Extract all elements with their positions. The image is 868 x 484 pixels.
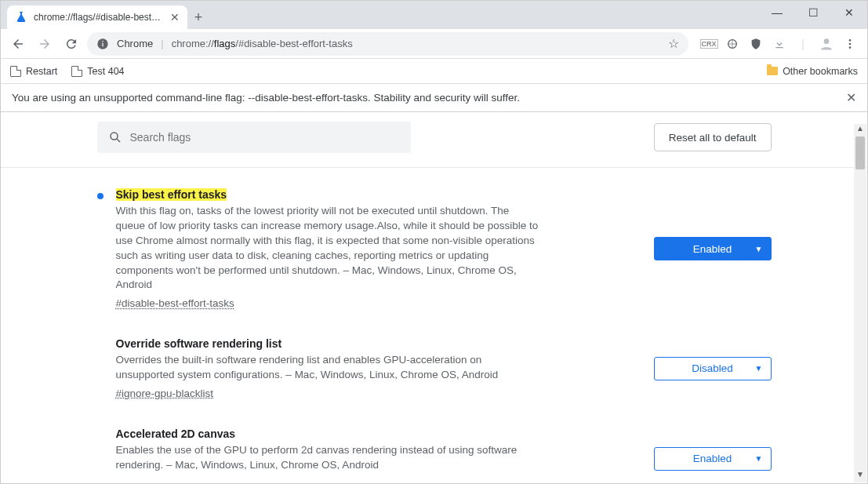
flag-body: Accelerated 2D canvasEnables the use of … (116, 428, 539, 475)
other-bookmarks-label: Other bookmarks (783, 66, 858, 77)
search-flags-box[interactable] (97, 122, 411, 153)
reset-all-button[interactable]: Reset all to default (654, 123, 772, 151)
new-tab-button[interactable]: + (187, 5, 209, 29)
close-window-button[interactable]: ✕ (831, 1, 867, 24)
svg-rect-2 (102, 41, 103, 42)
infobar: You are using an unsupported command-lin… (1, 84, 867, 112)
bookmarks-bar: Restart Test 404 Other bookmarks (1, 59, 867, 84)
folder-icon (767, 67, 778, 75)
minimize-button[interactable]: — (759, 1, 795, 24)
flag-row: Accelerated 2D canvasEnables the use of … (97, 407, 772, 475)
bookmark-item[interactable]: Test 404 (71, 66, 124, 77)
titlebar: chrome://flags/#disable-best-eff ✕ + — ☐… (1, 1, 867, 29)
reload-button[interactable] (60, 33, 82, 55)
svg-rect-1 (102, 42, 103, 46)
flask-icon (15, 11, 27, 24)
maximize-button[interactable]: ☐ (795, 1, 831, 24)
window-controls: — ☐ ✕ (759, 1, 867, 24)
extension-shield-icon[interactable] (748, 36, 764, 52)
chevron-down-icon: ▼ (755, 245, 763, 253)
omnibox[interactable]: Chrome | chrome://flags/#disable-best-ef… (87, 32, 688, 56)
extension-icon-1[interactable]: CRX (701, 36, 717, 52)
download-icon[interactable] (772, 36, 787, 52)
flag-select[interactable]: Disabled▼ (654, 357, 772, 380)
flag-anchor-link[interactable]: #ignore-gpu-blacklist (116, 388, 214, 399)
flag-select-value: Enabled (693, 453, 732, 464)
bookmark-star-icon[interactable]: ☆ (668, 36, 679, 51)
flag-select[interactable]: Enabled▼ (654, 447, 772, 471)
flag-body: Skip best effort tasksWith this flag on,… (116, 188, 539, 309)
search-icon (108, 130, 122, 144)
omnibox-url: chrome://flags/#disable-best-effort-task… (172, 38, 353, 49)
flag-row: Skip best effort tasksWith this flag on,… (97, 168, 772, 317)
omnibox-separator: | (161, 38, 163, 49)
flag-description: Enables the use of the GPU to perform 2d… (116, 443, 539, 473)
flag-title: Override software rendering list (116, 337, 282, 350)
svg-line-9 (117, 139, 120, 142)
svg-point-7 (849, 46, 852, 49)
flag-body: Override software rendering listOverride… (116, 337, 539, 399)
close-icon[interactable]: ✕ (170, 12, 180, 23)
flag-select[interactable]: Enabled▼ (654, 237, 772, 260)
flag-description: With this flag on, tasks of the lowest p… (116, 204, 539, 293)
toolbar-divider: | (795, 36, 811, 52)
flag-anchor-link[interactable]: #disable-best-effort-tasks (116, 297, 234, 309)
bookmark-label: Restart (26, 66, 57, 77)
page-icon (71, 66, 82, 77)
search-flags-input[interactable] (130, 131, 400, 144)
svg-point-4 (824, 38, 830, 44)
svg-point-8 (111, 133, 118, 140)
chevron-down-icon: ▼ (755, 454, 763, 463)
flag-control: Disabled▼ (654, 357, 772, 380)
chevron-down-icon: ▼ (755, 364, 763, 373)
flag-dot-icon (97, 193, 104, 199)
flags-list: Skip best effort tasksWith this flag on,… (82, 168, 787, 475)
bookmark-label: Test 404 (87, 66, 124, 77)
back-button[interactable] (7, 33, 29, 55)
omnibox-chip: Chrome (117, 38, 153, 49)
scroll-down-arrow[interactable]: ▼ (854, 470, 866, 482)
svg-point-5 (849, 39, 852, 42)
other-bookmarks[interactable]: Other bookmarks (767, 66, 858, 77)
flag-description: Overrides the built-in software renderin… (116, 353, 539, 383)
flag-row: Override software rendering listOverride… (97, 317, 772, 407)
page-content: Reset all to default Skip best effort ta… (1, 112, 867, 475)
flag-select-value: Enabled (693, 243, 732, 255)
infobar-close-icon[interactable]: ✕ (846, 90, 856, 105)
flag-control: Enabled▼ (654, 447, 772, 471)
menu-button[interactable] (842, 36, 858, 52)
flag-control: Enabled▼ (654, 237, 772, 260)
svg-point-6 (849, 42, 852, 45)
forward-button[interactable] (34, 33, 56, 55)
browser-tab[interactable]: chrome://flags/#disable-best-eff ✕ (7, 5, 187, 29)
scroll-up-arrow[interactable]: ▲ (854, 124, 866, 136)
page-icon (10, 66, 21, 77)
profile-avatar[interactable] (819, 36, 834, 52)
bookmark-item[interactable]: Restart (10, 66, 57, 77)
scrollbar-thumb[interactable] (855, 136, 865, 169)
tab-title: chrome://flags/#disable-best-eff (34, 12, 164, 23)
extension-icon-2[interactable] (725, 36, 740, 52)
infobar-text: You are using an unsupported command-lin… (12, 92, 520, 104)
flag-select-value: Disabled (692, 362, 733, 374)
flag-title: Skip best effort tasks (116, 188, 227, 201)
scrollbar-track[interactable]: ▲ ▼ (854, 124, 866, 482)
site-info-icon[interactable] (96, 38, 109, 50)
extensions-area: CRX | (693, 36, 861, 52)
flag-title: Accelerated 2D canvas (116, 428, 236, 440)
toolbar: Chrome | chrome://flags/#disable-best-ef… (1, 29, 867, 59)
